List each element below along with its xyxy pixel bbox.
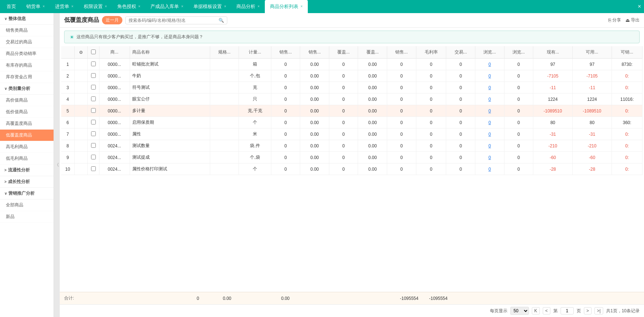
row-checkbox[interactable] — [91, 155, 96, 159]
sidebar-item-高覆盖度商品[interactable]: 高覆盖度商品 — [0, 118, 54, 130]
first-page-button[interactable]: K — [532, 307, 540, 314]
row-current-stock: 97 — [533, 59, 573, 70]
row-checkbox[interactable] — [91, 96, 96, 101]
row-browse1[interactable]: 0 — [475, 105, 504, 117]
row-checkbox[interactable] — [91, 85, 96, 90]
nav-tab-close-权限设置[interactable]: × — [105, 0, 107, 13]
row-browse1[interactable]: 0 — [475, 94, 504, 105]
row-browse1[interactable]: 0 — [475, 128, 504, 140]
sidebar-item-低毛利商品[interactable]: 低毛利商品 — [0, 153, 54, 165]
sidebar-item-高毛利商品[interactable]: 高毛利商品 — [0, 141, 54, 153]
row-checkbox[interactable] — [91, 143, 96, 148]
sidebar-item-交易过的商品[interactable]: 交易过的商品 — [0, 36, 54, 48]
row-sales-count: 0 — [387, 128, 416, 140]
row-checkbox[interactable] — [91, 131, 96, 136]
row-browse1[interactable]: 0 — [475, 82, 504, 94]
select-all-checkbox[interactable] — [91, 49, 96, 54]
nav-tab-close-进货单[interactable]: × — [71, 0, 74, 13]
row-browse1[interactable]: 0 — [475, 117, 504, 128]
row-settings — [74, 152, 87, 163]
nav-tab-close-销货单[interactable]: × — [43, 0, 45, 13]
filter-period-button[interactable]: 近一月 — [102, 16, 122, 24]
row-checkbox[interactable] — [91, 108, 96, 113]
footer-spacer3 — [300, 296, 394, 301]
sidebar-section-流通性分析[interactable]: >流通性分析 — [0, 165, 54, 176]
row-checkbox[interactable] — [91, 166, 96, 171]
col-header-coverage1[interactable]: 覆盖... — [329, 46, 358, 59]
nav-tab-close-商品分析[interactable]: × — [258, 0, 260, 13]
sidebar-item-新品[interactable]: 新品 — [0, 211, 54, 223]
nav-tab-close-单据模板设置[interactable]: × — [224, 0, 226, 13]
row-current-stock: 1224 — [533, 94, 573, 105]
nav-tab-单据模板设置[interactable]: 单据模板设置 × — [188, 0, 231, 13]
sidebar-item-高价值商品[interactable]: 高价值商品 — [0, 95, 54, 106]
row-browse1[interactable]: 0 — [475, 70, 504, 82]
sidebar-section-整体信息[interactable]: ∨整体信息 — [0, 13, 54, 25]
row-gross-margin: 0 — [416, 152, 446, 163]
row-checkbox[interactable] — [91, 73, 96, 78]
col-header-settings[interactable]: ⚙ — [74, 46, 87, 59]
footer-sales-amt: 0.00 — [212, 296, 242, 301]
nav-tab-权限设置[interactable]: 权限设置 × — [79, 0, 112, 13]
col-header-sales_qty[interactable]: 销售... — [271, 46, 300, 59]
row-checkbox[interactable] — [91, 120, 96, 124]
share-button[interactable]: ⎘ 分享 — [608, 17, 621, 23]
nav-tab-产成品入库单[interactable]: 产成品入库单 × — [145, 0, 188, 13]
nav-tab-close-商品分析列表[interactable]: × — [301, 0, 303, 13]
next-page-button[interactable]: > — [584, 307, 592, 314]
col-header-gross_margin[interactable]: 毛利率 — [416, 46, 446, 59]
sidebar-item-有库存的商品[interactable]: 有库存的商品 — [0, 60, 54, 71]
search-input[interactable] — [129, 18, 219, 23]
col-header-browse1[interactable]: 浏览... — [475, 46, 504, 59]
row-browse2: 0 — [504, 59, 533, 70]
col-header-saleable[interactable]: 可销... — [612, 46, 642, 59]
sidebar-item-销售类商品[interactable]: 销售类商品 — [0, 25, 54, 36]
sidebar-collapse-button[interactable]: 《 — [54, 13, 60, 317]
per-page-select[interactable]: 50 100 200 — [510, 307, 529, 315]
row-coverage2: 0.00 — [358, 128, 387, 140]
sidebar-item-全部商品[interactable]: 全部商品 — [0, 199, 54, 211]
nav-tab-首页[interactable]: 首页 — [1, 0, 21, 13]
col-header-sales_count[interactable]: 销售... — [387, 46, 416, 59]
col-header-sales_amt[interactable]: 销售... — [300, 46, 329, 59]
col-header-coverage2[interactable]: 覆盖... — [358, 46, 387, 59]
row-browse1[interactable]: 0 — [475, 163, 504, 175]
col-header-browse2[interactable]: 浏览... — [504, 46, 533, 59]
nav-tab-销货单[interactable]: 销货单 × — [21, 0, 50, 13]
row-name: 测试提成 — [130, 152, 210, 163]
nav-tab-进货单[interactable]: 进货单 × — [50, 0, 79, 13]
prev-page-button[interactable]: < — [543, 307, 550, 314]
search-icon[interactable]: 🔍 — [219, 18, 224, 23]
sidebar-section-成长性分析[interactable]: >成长性分析 — [0, 176, 54, 188]
col-header-code[interactable]: 商... — [99, 46, 130, 59]
row-checkbox[interactable] — [91, 62, 96, 66]
sidebar-section-类别量分析[interactable]: ∨类别量分析 — [0, 83, 54, 95]
sidebar-item-库存资金占用[interactable]: 库存资金占用 — [0, 71, 54, 83]
row-sales-amt: 0.00 — [300, 70, 329, 82]
nav-tab-商品分析列表[interactable]: 商品分析列表 × — [265, 0, 308, 13]
window-close-button[interactable]: × — [638, 3, 641, 10]
nav-tab-商品分析[interactable]: 商品分析 × — [231, 0, 265, 13]
export-button[interactable]: ⏏ 导出 — [625, 17, 640, 23]
row-browse1[interactable]: 0 — [475, 152, 504, 163]
row-browse1[interactable]: 0 — [475, 140, 504, 152]
sidebar-item-低价值商品[interactable]: 低价值商品 — [0, 106, 54, 118]
col-header-unit[interactable]: 计量... — [239, 46, 271, 59]
nav-tab-角色授权[interactable]: 角色授权 × — [112, 0, 146, 13]
sidebar-item-商品分类动销率[interactable]: 商品分类动销率 — [0, 48, 54, 60]
col-header-checkbox[interactable] — [87, 46, 99, 59]
row-transaction: 0 — [446, 152, 475, 163]
col-header-current_stock[interactable]: 现有... — [533, 46, 573, 59]
sidebar-item-低覆盖度商品[interactable]: 低覆盖度商品 — [0, 130, 54, 141]
last-page-button[interactable]: >| — [594, 307, 603, 314]
col-header-transaction[interactable]: 交易... — [446, 46, 475, 59]
sidebar-section-营销推广分析[interactable]: ∨营销推广分析 — [0, 188, 54, 199]
col-header-available_stock[interactable]: 可用... — [573, 46, 612, 59]
page-number-input[interactable] — [561, 307, 574, 314]
col-header-spec[interactable]: 规格... — [210, 46, 239, 59]
col-header-name[interactable]: 商品名称 — [130, 46, 210, 59]
nav-tab-close-角色授权[interactable]: × — [138, 0, 141, 13]
row-browse1[interactable]: 0 — [475, 59, 504, 70]
footer-available-stock: -1095554 — [424, 296, 453, 301]
nav-tab-close-产成品入库单[interactable]: × — [181, 0, 183, 13]
